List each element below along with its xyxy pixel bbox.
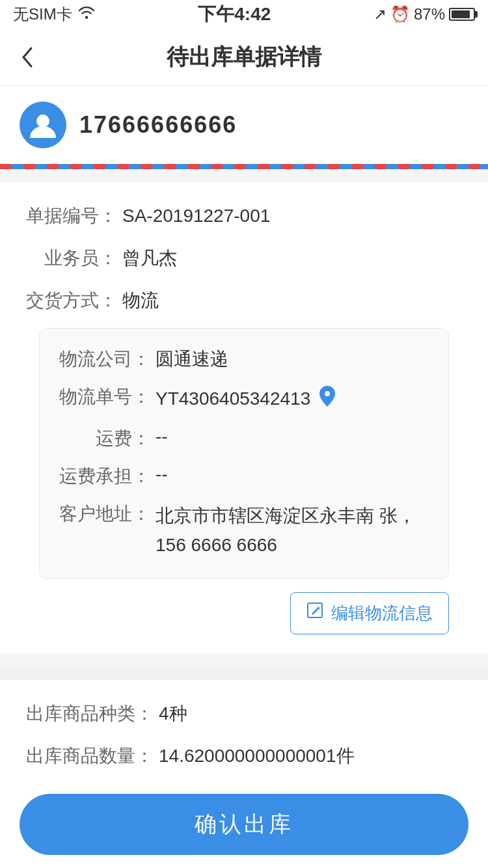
logistics-company-label: 物流公司： xyxy=(59,347,150,372)
battery-icon xyxy=(449,8,475,21)
freight-row: 运费： -- xyxy=(59,426,429,451)
alarm-icon: ⏰ xyxy=(390,5,410,23)
order-no-label: 单据编号： xyxy=(26,202,117,231)
agent-value: 曾凡杰 xyxy=(122,244,177,273)
status-right: ↗ ⏰ 87% xyxy=(373,5,475,23)
confirm-btn-wrap: 确认出库 xyxy=(0,781,488,868)
goods-type-value: 4种 xyxy=(159,699,187,729)
delivery-row: 交货方式： 物流 xyxy=(26,286,462,316)
logistics-tracking-value: YT4306405342413 xyxy=(156,385,338,413)
logistics-company-value: 圆通速递 xyxy=(156,347,228,372)
edit-logistics-button[interactable]: 编辑物流信息 xyxy=(290,592,449,634)
goods-type-row: 出库商品种类： 4种 xyxy=(26,699,462,729)
logistics-tracking-label: 物流单号： xyxy=(59,385,150,409)
freight-label: 运费： xyxy=(59,426,150,451)
nav-bar: 待出库单据详情 xyxy=(0,29,488,86)
battery-percent: 87% xyxy=(414,5,445,23)
order-no-value: SA-20191227-001 xyxy=(122,202,270,231)
gps-icon: ↗ xyxy=(373,5,386,23)
freight-bear-label: 运费承担： xyxy=(59,464,150,489)
user-phone: 17666666666 xyxy=(79,111,237,139)
address-label: 客户地址： xyxy=(59,502,150,526)
page-title: 待出库单据详情 xyxy=(167,42,321,72)
wifi-icon xyxy=(77,6,96,23)
back-button[interactable] xyxy=(18,43,36,72)
status-bar: 无SIM卡 下午4:42 ↗ ⏰ 87% xyxy=(0,0,488,29)
delivery-label: 交货方式： xyxy=(26,286,117,316)
address-value: 北京市市辖区海淀区永丰南 张，156 6666 6666 xyxy=(156,502,429,560)
order-no-row: 单据编号： SA-20191227-001 xyxy=(26,202,462,231)
freight-bear-row: 运费承担： -- xyxy=(59,464,429,489)
edit-logistics-wrap: 编辑物流信息 xyxy=(26,579,462,634)
agent-label: 业务员： xyxy=(26,244,117,273)
logistics-tracking-row: 物流单号： YT4306405342413 xyxy=(59,385,429,413)
edit-icon xyxy=(306,602,325,625)
section-divider xyxy=(0,667,488,680)
status-left: 无SIM卡 xyxy=(13,4,96,25)
logistics-company-row: 物流公司： 圆通速递 xyxy=(59,347,429,372)
freight-value: -- xyxy=(156,426,168,447)
goods-type-label: 出库商品种类： xyxy=(26,699,154,729)
address-row: 客户地址： 北京市市辖区海淀区永丰南 张，156 6666 6666 xyxy=(59,502,429,560)
location-icon[interactable] xyxy=(317,385,338,413)
agent-row: 业务员： 曾凡杰 xyxy=(26,244,462,273)
goods-quantity-label: 出库商品数量： xyxy=(26,742,154,771)
confirm-button[interactable]: 确认出库 xyxy=(20,794,468,855)
freight-bear-value: -- xyxy=(156,464,168,485)
status-time: 下午4:42 xyxy=(198,2,271,27)
edit-logistics-label: 编辑物流信息 xyxy=(331,602,433,625)
carrier-label: 无SIM卡 xyxy=(13,4,72,25)
delivery-value: 物流 xyxy=(122,286,159,316)
user-header: 17666666666 xyxy=(0,86,488,164)
goods-quantity-value: 14.620000000000001件 xyxy=(159,742,355,771)
dashed-divider xyxy=(0,164,488,169)
avatar xyxy=(20,102,66,148)
svg-point-0 xyxy=(36,115,49,128)
goods-quantity-row: 出库商品数量： 14.620000000000001件 xyxy=(26,742,462,771)
basic-info-section: 单据编号： SA-20191227-001 业务员： 曾凡杰 交货方式： 物流 … xyxy=(0,182,488,654)
logistics-section: 物流公司： 圆通速递 物流单号： YT4306405342413 运费： -- xyxy=(39,328,449,579)
